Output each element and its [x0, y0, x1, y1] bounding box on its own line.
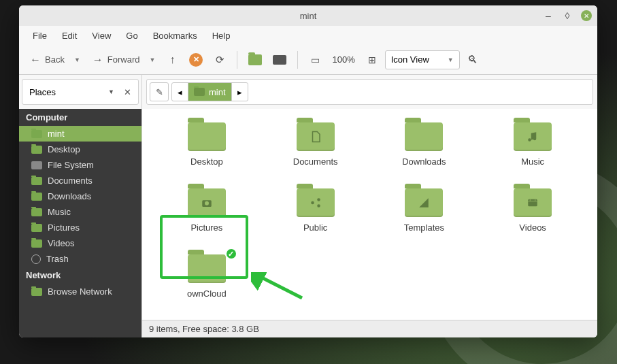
- sidebar: Computer mint Desktop File System Docume…: [19, 109, 141, 337]
- sidebar-item-label: Downloads: [48, 191, 91, 201]
- sidebar-item-label: Trash: [46, 254, 69, 264]
- sync-check-emblem: ✓: [225, 248, 237, 260]
- toolbar-separator: [297, 51, 298, 69]
- arrow-up-icon: ↑: [169, 54, 175, 66]
- menu-view[interactable]: View: [85, 28, 118, 44]
- reload-icon: ⟳: [216, 54, 224, 66]
- sidebar-item-filesystem[interactable]: File System: [19, 157, 141, 173]
- file-label: Documents: [293, 156, 338, 167]
- zoom-level: 100%: [328, 54, 358, 65]
- menu-go[interactable]: Go: [119, 28, 144, 44]
- menu-bookmarks[interactable]: Bookmarks: [146, 28, 204, 44]
- folder-downloads[interactable]: Downloads: [373, 118, 476, 171]
- folder-icon: [188, 188, 226, 217]
- home-button[interactable]: [244, 50, 266, 70]
- folder-desktop[interactable]: Desktop: [156, 118, 258, 171]
- zoom-out-button[interactable]: ▭: [305, 50, 325, 70]
- folder-icon: [31, 239, 42, 248]
- close-button[interactable]: ✕: [581, 10, 592, 21]
- arrow-left-icon: ←: [30, 54, 41, 66]
- forward-history-dropdown[interactable]: ▼: [146, 56, 160, 63]
- edit-path-button[interactable]: ✎: [150, 82, 169, 101]
- view-mode-label: Icon View: [391, 54, 429, 65]
- icon-view-area[interactable]: Desktop Documents Downloads Music: [142, 109, 597, 320]
- folder-videos[interactable]: Videos: [482, 184, 584, 237]
- sidebar-item-label: File System: [48, 160, 94, 170]
- menu-file[interactable]: File: [26, 28, 54, 44]
- places-close-button[interactable]: ✕: [124, 87, 131, 97]
- svg-point-2: [311, 201, 314, 205]
- toolbar: ← Back ▼ → Forward ▼ ↑ ✕ ⟳ ▭ 100% ⊞ Icon…: [19, 45, 597, 75]
- folder-templates[interactable]: Templates: [373, 184, 476, 237]
- zoom-in-button[interactable]: ⊞: [362, 50, 382, 70]
- sidebar-section-network: Network: [19, 267, 141, 284]
- file-label: Music: [521, 156, 544, 167]
- file-label: Templates: [404, 222, 444, 233]
- folder-icon: [31, 193, 42, 201]
- toolbar-separator: [237, 51, 237, 69]
- back-button[interactable]: ← Back: [24, 50, 70, 70]
- folder-icon: [188, 122, 226, 151]
- breadcrumb-label: mint: [209, 87, 226, 97]
- view-mode-select[interactable]: Icon View ▼: [385, 50, 460, 69]
- music-icon: [527, 131, 539, 143]
- folder-documents[interactable]: Documents: [265, 118, 367, 171]
- arrow-right-icon: →: [93, 54, 103, 66]
- stop-button[interactable]: ✕: [185, 50, 207, 70]
- folder-icon: [31, 146, 42, 154]
- pencil-icon: ✎: [156, 87, 163, 97]
- sidebar-item-downloads[interactable]: Downloads: [19, 188, 141, 204]
- main-area: ✎ ◂ mint ▸ Desktop: [141, 75, 597, 337]
- sidebar-item-label: Documents: [48, 176, 93, 186]
- back-history-dropdown[interactable]: ▼: [70, 56, 84, 63]
- computer-icon: [273, 55, 286, 65]
- minimize-button[interactable]: –: [543, 10, 554, 21]
- breadcrumb-next-button[interactable]: ▸: [231, 83, 248, 101]
- sidebar-item-label: mint: [48, 129, 65, 139]
- share-icon: [310, 197, 322, 209]
- breadcrumb-current[interactable]: mint: [188, 83, 231, 101]
- folder-icon: [405, 122, 443, 151]
- places-header: Places ▼ ✕: [22, 79, 139, 105]
- nav-forward-group: → Forward ▼: [87, 50, 160, 70]
- zoom-out-icon: ▭: [311, 54, 320, 65]
- breadcrumb: ◂ mint ▸: [171, 82, 248, 101]
- folder-icon: [297, 122, 335, 151]
- computer-button[interactable]: [269, 50, 290, 70]
- up-button[interactable]: ↑: [162, 50, 182, 70]
- places-label: Places: [29, 87, 56, 97]
- sidebar-item-music[interactable]: Music: [19, 204, 141, 220]
- folder-owncloud[interactable]: ✓ ownCloud: [156, 250, 258, 303]
- file-label: Pictures: [190, 222, 222, 233]
- menu-help[interactable]: Help: [205, 28, 237, 44]
- reload-button[interactable]: ⟳: [210, 50, 230, 70]
- breadcrumb-prev-button[interactable]: ◂: [172, 83, 188, 101]
- sidebar-item-pictures[interactable]: Pictures: [19, 220, 141, 235]
- drive-icon: [31, 161, 42, 169]
- folder-pictures[interactable]: Pictures: [156, 184, 258, 237]
- sidebar-item-desktop[interactable]: Desktop: [19, 142, 141, 157]
- folder-public[interactable]: Public: [265, 184, 367, 237]
- status-text: 9 items, Free space: 3.8 GB: [149, 324, 259, 334]
- svg-point-3: [317, 198, 320, 201]
- download-icon: [418, 131, 430, 143]
- search-button[interactable]: 🔍︎: [463, 50, 483, 70]
- sidebar-item-mint[interactable]: mint: [19, 126, 141, 142]
- maximize-button[interactable]: ◊: [562, 10, 573, 21]
- sidebar-item-trash[interactable]: Trash: [19, 251, 141, 267]
- sidebar-item-documents[interactable]: Documents: [19, 173, 141, 188]
- forward-button[interactable]: → Forward: [87, 50, 146, 70]
- menu-edit[interactable]: Edit: [55, 28, 84, 44]
- places-dropdown[interactable]: ▼: [108, 88, 114, 95]
- sidebar-item-label: Desktop: [48, 144, 80, 154]
- ruler-icon: [418, 197, 430, 209]
- svg-point-1: [205, 201, 209, 205]
- sidebar-item-videos[interactable]: Videos: [19, 235, 141, 251]
- folder-icon: [188, 254, 226, 283]
- sidebar-item-browse-network[interactable]: Browse Network: [19, 284, 141, 299]
- document-icon: [310, 131, 322, 143]
- statusbar: 9 items, Free space: 3.8 GB: [142, 320, 597, 337]
- folder-music[interactable]: Music: [482, 118, 584, 171]
- chevron-down-icon: ▼: [448, 56, 454, 63]
- sidebar-section-computer: Computer: [19, 109, 141, 126]
